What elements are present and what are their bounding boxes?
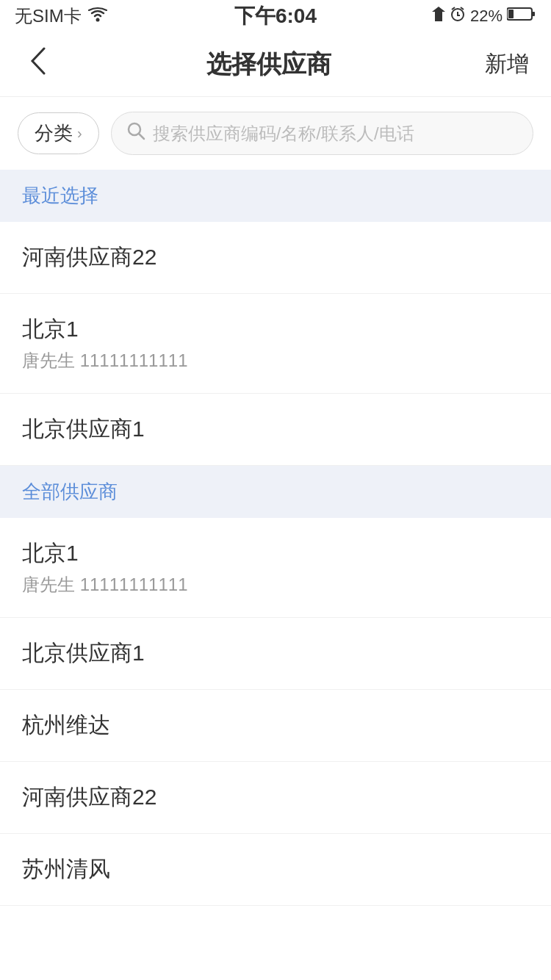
status-time: 下午6:04 <box>234 2 317 30</box>
item-sub: 唐先生 11111111111 <box>22 573 529 597</box>
battery-icon <box>507 7 536 26</box>
list-item[interactable]: 河南供应商22 <box>0 222 551 294</box>
list-item[interactable]: 河南供应商22 <box>0 762 551 834</box>
list-item[interactable]: 苏州清风 <box>0 834 551 906</box>
category-button[interactable]: 分类 › <box>18 112 99 154</box>
status-right: 22% <box>432 6 536 26</box>
alarm-icon <box>450 6 466 26</box>
nav-bar: 选择供应商 新增 <box>0 32 551 97</box>
list-item[interactable]: 杭州维达 <box>0 690 551 762</box>
item-name: 北京供应商1 <box>22 414 529 444</box>
status-left: 无SIM卡 <box>15 4 108 28</box>
filter-bar: 分类 › 搜索供应商编码/名称/联系人/电话 <box>0 97 551 170</box>
item-name: 北京1 <box>22 314 529 345</box>
item-name: 苏州清风 <box>22 854 529 884</box>
recent-list: 河南供应商22北京1唐先生 11111111111北京供应商1 <box>0 222 551 466</box>
search-icon <box>126 121 145 145</box>
list-item[interactable]: 北京1唐先生 11111111111 <box>0 518 551 618</box>
item-name: 北京1 <box>22 538 529 569</box>
svg-rect-3 <box>532 12 535 16</box>
search-box[interactable]: 搜索供应商编码/名称/联系人/电话 <box>111 112 533 155</box>
item-name: 北京供应商1 <box>22 638 529 669</box>
recent-section-header: 最近选择 <box>0 170 551 222</box>
wifi-icon <box>87 6 108 26</box>
list-item[interactable]: 北京1唐先生 11111111111 <box>0 294 551 394</box>
list-item[interactable]: 北京供应商1 <box>0 618 551 690</box>
svg-rect-4 <box>508 10 514 18</box>
status-bar: 无SIM卡 下午6:04 22% <box>0 0 551 32</box>
chevron-right-icon: › <box>77 125 82 142</box>
item-name: 杭州维达 <box>22 710 529 741</box>
all-list: 北京1唐先生 11111111111北京供应商1杭州维达河南供应商22苏州清风 <box>0 518 551 906</box>
svg-point-0 <box>96 18 99 22</box>
battery-percent: 22% <box>470 7 503 26</box>
item-name: 河南供应商22 <box>22 242 529 273</box>
page-title: 选择供应商 <box>206 48 331 82</box>
item-name: 河南供应商22 <box>22 782 529 813</box>
item-sub: 唐先生 11111111111 <box>22 349 529 372</box>
all-section-header: 全部供应商 <box>0 466 551 518</box>
back-button[interactable] <box>22 40 53 89</box>
search-placeholder: 搜索供应商编码/名称/联系人/电话 <box>153 122 414 145</box>
list-item[interactable]: 北京供应商1 <box>0 394 551 466</box>
no-sim-text: 无SIM卡 <box>15 4 82 28</box>
location-icon <box>432 7 445 26</box>
add-button[interactable]: 新增 <box>485 49 529 79</box>
category-label: 分类 <box>35 120 73 146</box>
